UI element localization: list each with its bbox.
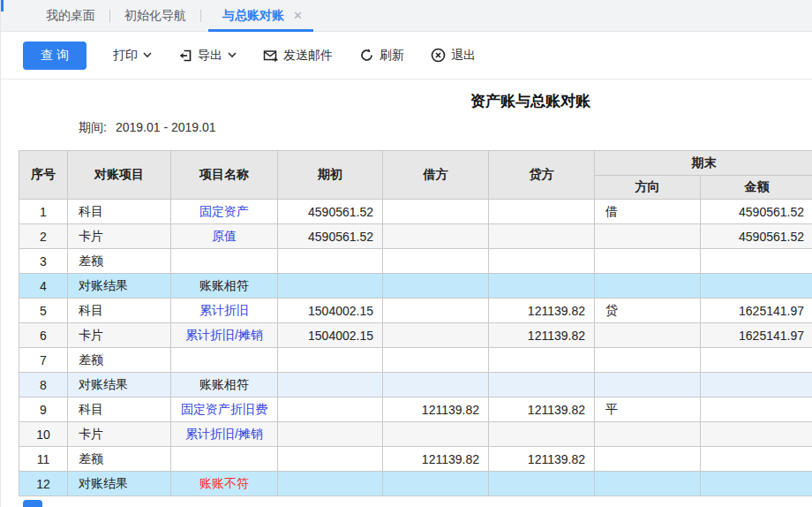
refresh-icon bbox=[359, 48, 374, 63]
refresh-button[interactable]: 刷新 bbox=[359, 48, 404, 64]
cell-item: 对账结果 bbox=[68, 373, 171, 397]
tab-label: 初始化导航 bbox=[124, 8, 186, 24]
cell-debit bbox=[383, 373, 489, 397]
cell-item: 差额 bbox=[68, 447, 171, 472]
close-icon[interactable]: ✕ bbox=[293, 9, 303, 22]
export-label: 导出 bbox=[198, 48, 222, 64]
cell-begin bbox=[278, 397, 383, 422]
reconciliation-table: 序号 对账项目 项目名称 期初 借方 贷方 期末 方向 金额 1科目固定资产45… bbox=[19, 150, 812, 496]
item-name-link[interactable]: 累计折旧/摊销 bbox=[171, 422, 278, 447]
cell-no: 4 bbox=[19, 274, 68, 299]
cell-no: 12 bbox=[19, 472, 68, 496]
header-ending: 期末 bbox=[595, 151, 812, 176]
print-button[interactable]: 打印 bbox=[113, 48, 152, 64]
cell-debit: 121139.82 bbox=[383, 447, 489, 472]
cell-begin: 4590561.52 bbox=[278, 224, 383, 249]
query-button[interactable]: 查 询 bbox=[23, 42, 86, 70]
period-row: 期间:2019.01 - 2019.01 bbox=[79, 120, 216, 136]
cell-begin bbox=[278, 274, 383, 299]
chevron-down-icon bbox=[228, 52, 237, 58]
cell-no: 8 bbox=[19, 373, 68, 397]
cell-item: 对账结果 bbox=[68, 274, 171, 299]
cell-debit bbox=[383, 472, 489, 496]
cell-credit bbox=[489, 422, 595, 447]
exit-button[interactable]: 退出 bbox=[431, 48, 476, 64]
cell-name: 账账相符 bbox=[171, 373, 278, 397]
cell-amount bbox=[701, 348, 812, 373]
cell-dir bbox=[595, 447, 701, 472]
cell-no: 5 bbox=[19, 299, 68, 323]
cell-name bbox=[171, 348, 278, 373]
cell-debit bbox=[383, 200, 489, 224]
cell-amount: 1625141.97 bbox=[701, 299, 812, 323]
cell-dir: 平 bbox=[595, 397, 701, 422]
envelope-icon bbox=[263, 49, 278, 63]
cell-begin: 1504002.15 bbox=[278, 299, 383, 323]
item-name-link[interactable]: 固定资产折旧费 bbox=[171, 397, 278, 422]
cell-amount bbox=[701, 249, 812, 274]
cell-dir bbox=[595, 472, 701, 496]
tab-label: 与总账对账 bbox=[222, 8, 284, 24]
cell-begin bbox=[278, 472, 383, 496]
cell-begin bbox=[278, 447, 383, 472]
cell-dir: 贷 bbox=[595, 299, 701, 323]
cell-debit bbox=[383, 249, 489, 274]
cell-dir bbox=[595, 323, 701, 348]
cell-name: 账账不符 bbox=[171, 472, 278, 496]
tab-init-navigation[interactable]: 初始化导航 bbox=[110, 0, 200, 32]
cell-debit bbox=[383, 299, 489, 323]
table-row: 7差额 bbox=[19, 348, 812, 373]
cell-debit bbox=[383, 323, 489, 348]
cell-amount bbox=[701, 447, 812, 472]
cell-amount bbox=[701, 397, 812, 422]
table-row: 10卡片累计折旧/摊销 bbox=[19, 422, 812, 447]
cell-debit: 121139.82 bbox=[383, 397, 489, 422]
cell-item: 科目 bbox=[68, 397, 171, 422]
header-item: 对账项目 bbox=[68, 151, 171, 200]
table-row: 6卡片累计折旧/摊销1504002.15121139.821625141.97 bbox=[19, 323, 812, 348]
export-button[interactable]: 导出 bbox=[178, 48, 237, 64]
cell-no: 2 bbox=[19, 224, 68, 249]
table-row: 4对账结果账账相符 bbox=[19, 274, 812, 299]
header-amount: 金额 bbox=[701, 176, 812, 200]
item-name-link[interactable]: 累计折旧 bbox=[171, 299, 278, 323]
send-email-button[interactable]: 发送邮件 bbox=[263, 48, 333, 64]
exit-label: 退出 bbox=[451, 48, 476, 64]
cell-amount: 4590561.52 bbox=[701, 224, 812, 249]
item-name-link[interactable]: 累计折旧/摊销 bbox=[171, 323, 278, 348]
cell-credit bbox=[489, 200, 595, 224]
cell-item: 卡片 bbox=[68, 323, 171, 348]
period-value: 2019.01 - 2019.01 bbox=[116, 120, 216, 134]
tab-my-desktop[interactable]: 我的桌面 bbox=[32, 0, 109, 32]
cell-credit bbox=[489, 274, 595, 299]
cell-debit bbox=[383, 422, 489, 447]
asset-ledger-reconciliation-page: 我的桌面 初始化导航 与总账对账 ✕ 查 询 打印 bbox=[0, 0, 812, 507]
cell-item: 科目 bbox=[68, 299, 171, 323]
cell-debit bbox=[383, 348, 489, 373]
pagination-fragment[interactable] bbox=[23, 500, 42, 507]
tab-ledger-reconciliation[interactable]: 与总账对账 ✕ bbox=[201, 0, 315, 32]
toolbar: 查 询 打印 导出 bbox=[1, 32, 812, 79]
table-row: 5科目累计折旧1504002.15121139.82贷1625141.97 bbox=[19, 299, 812, 323]
corner-accent bbox=[1, 0, 4, 11]
item-name-link[interactable]: 原值 bbox=[171, 224, 278, 249]
cell-begin: 4590561.52 bbox=[278, 200, 383, 224]
cell-begin: 1504002.15 bbox=[278, 323, 383, 348]
cell-begin bbox=[278, 249, 383, 274]
header-begin: 期初 bbox=[278, 151, 383, 200]
item-name-link[interactable]: 固定资产 bbox=[171, 200, 278, 224]
cell-item: 对账结果 bbox=[68, 472, 171, 496]
cell-credit bbox=[489, 249, 595, 274]
report-content: 资产账与总账对账 期间:2019.01 - 2019.01 序号 对账项目 项目… bbox=[1, 79, 812, 506]
cell-amount bbox=[701, 373, 812, 397]
period-label: 期间: bbox=[79, 120, 107, 134]
table-row: 8对账结果账账相符 bbox=[19, 373, 812, 397]
report-title: 资产账与总账对账 bbox=[389, 91, 672, 111]
cell-item: 科目 bbox=[68, 200, 171, 224]
cell-credit: 121139.82 bbox=[489, 323, 595, 348]
cell-no: 11 bbox=[19, 447, 68, 472]
header-no: 序号 bbox=[19, 151, 68, 200]
cell-no: 10 bbox=[19, 422, 68, 447]
cell-name: 账账相符 bbox=[171, 274, 278, 299]
cell-amount bbox=[701, 274, 812, 299]
